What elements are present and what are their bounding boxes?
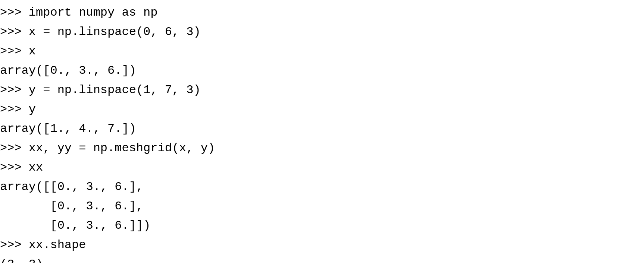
code-text: x xyxy=(29,42,36,60)
terminal-line: >>> xx.shape xyxy=(0,235,644,255)
terminal-line: array([1., 4., 7.]) xyxy=(0,119,644,139)
terminal-line: >>> y = np.linspace(1, 7, 3) xyxy=(0,80,644,100)
terminal-line: array([0., 3., 6.]) xyxy=(0,61,644,80)
prompt-symbol: >>> xyxy=(0,101,29,118)
terminal-line: >>> xx xyxy=(0,158,644,177)
code-text: y xyxy=(29,101,36,118)
prompt-symbol: >>> xyxy=(0,81,29,99)
output-text: [0., 3., 6.]]) xyxy=(0,217,150,235)
output-text: [0., 3., 6.], xyxy=(0,197,143,215)
code-text: xx, yy = np.meshgrid(x, y) xyxy=(29,139,215,157)
output-text: (3, 3) xyxy=(0,256,43,263)
terminal-line: >>> y xyxy=(0,100,644,119)
terminal-line: (3, 3) xyxy=(0,255,644,263)
terminal-line: >>> xx, yy = np.meshgrid(x, y) xyxy=(0,139,644,158)
terminal-line: [0., 3., 6.]]) xyxy=(0,216,644,235)
code-text: xx.shape xyxy=(29,236,86,254)
code-text: xx xyxy=(29,159,43,177)
prompt-symbol: >>> xyxy=(0,4,29,22)
terminal-line: >>> x xyxy=(0,42,644,61)
terminal-window[interactable]: >>> import numpy as np>>> x = np.linspac… xyxy=(0,0,644,263)
terminal-line: >>> import numpy as np xyxy=(0,3,644,22)
terminal-line: >>> x = np.linspace(0, 6, 3) xyxy=(0,22,644,42)
terminal-line: array([[0., 3., 6.], xyxy=(0,177,644,197)
prompt-symbol: >>> xyxy=(0,23,29,41)
code-text: x = np.linspace(0, 6, 3) xyxy=(29,23,201,41)
code-text: y = np.linspace(1, 7, 3) xyxy=(29,81,201,99)
prompt-symbol: >>> xyxy=(0,139,29,157)
terminal-line: [0., 3., 6.], xyxy=(0,197,644,216)
output-text: array([0., 3., 6.]) xyxy=(0,62,136,80)
output-text: array([1., 4., 7.]) xyxy=(0,120,136,138)
prompt-symbol: >>> xyxy=(0,236,29,254)
output-text: array([[0., 3., 6.], xyxy=(0,178,143,196)
code-text: import numpy as np xyxy=(29,4,158,22)
prompt-symbol: >>> xyxy=(0,159,29,177)
prompt-symbol: >>> xyxy=(0,42,29,60)
